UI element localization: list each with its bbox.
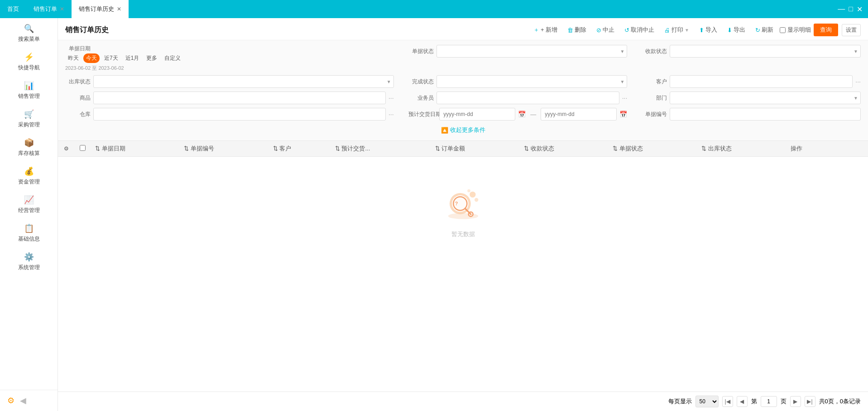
salesperson-input[interactable] [436, 92, 619, 104]
svg-point-7 [470, 192, 475, 198]
order-status-select[interactable] [436, 45, 628, 58]
refresh-button[interactable]: ↻ 刷新 [752, 24, 777, 36]
settings-button[interactable]: 设置 [842, 24, 861, 36]
date-range-text: 2023-06-02 至 2023-06-02 [65, 65, 394, 72]
sidebar-item-quick-nav[interactable]: ⚡ 快捷导航 [0, 47, 58, 75]
per-page-select[interactable]: 10 20 50 100 [695, 396, 719, 407]
th-doc-date[interactable]: ⇅ 单据日期 [91, 141, 179, 157]
th-expected-delivery-label: ⇅ 预计交货... [335, 145, 370, 152]
sidebar-item-basic-info-label: 基础信息 [18, 235, 40, 243]
last-page-button[interactable]: ▶| [805, 396, 815, 407]
th-gear[interactable]: ⚙ [58, 141, 74, 157]
department-select[interactable] [670, 92, 861, 104]
display-detail-input[interactable] [780, 27, 786, 33]
salesperson-dots-btn[interactable]: ··· [622, 94, 628, 102]
sidebar-item-search-menu[interactable]: 🔍 搜索菜单 [0, 18, 58, 47]
tab-sales-order[interactable]: 销售订单 ✕ [26, 0, 72, 18]
delete-button[interactable]: 🗑 删除 [564, 24, 590, 36]
sys-mgmt-icon: ⚙️ [24, 252, 34, 262]
tab-sales-order-history[interactable]: 销售订单历史 ✕ [72, 0, 129, 18]
warehouse-input[interactable] [93, 108, 386, 121]
select-all-checkbox[interactable] [80, 145, 86, 151]
th-check[interactable] [74, 141, 91, 157]
date-btn-custom[interactable]: 自定义 [162, 53, 183, 63]
first-page-button[interactable]: |◀ [722, 396, 733, 407]
print-button[interactable]: 🖨 打印 ▼ [661, 24, 693, 36]
sidebar-item-basic-info[interactable]: 📋 基础信息 [0, 218, 58, 247]
stop-label: 中止 [603, 26, 614, 34]
date-btn-1month[interactable]: 近1月 [123, 53, 142, 63]
new-icon: ＋ [533, 26, 539, 34]
th-expected-delivery[interactable]: ⇅ 预计交货... [331, 141, 431, 157]
th-customer[interactable]: ⇅ 客户 [269, 141, 331, 157]
sidebar-item-inventory-check[interactable]: 📦 库存核算 [0, 132, 58, 161]
import-button[interactable]: ⬆ 导入 [695, 24, 721, 36]
sidebar-bottom: ⚙ ◀ [0, 390, 58, 411]
customer-dots-btn[interactable]: ··· [855, 78, 861, 85]
per-page-label: 每页显示 [668, 397, 692, 406]
search-button[interactable]: 查询 [814, 24, 838, 36]
th-receipt-status[interactable]: ⇅ 收款状态 [519, 141, 608, 157]
product-input[interactable] [93, 92, 386, 104]
filter-row-2: 出库状态 ▼ 完成状态 ▼ 客户 [65, 75, 861, 88]
refresh-label: 刷新 [762, 26, 773, 34]
filter-outbound-status: 出库状态 ▼ [65, 75, 394, 88]
tab-home-label: 首页 [7, 5, 19, 13]
page-number-input[interactable] [761, 396, 777, 407]
cancel-stop-label: 取消中止 [631, 26, 654, 34]
close-icon[interactable]: ✕ [857, 5, 863, 14]
sidebar-item-sales-mgmt[interactable]: 📊 销售管理 [0, 75, 58, 104]
outbound-status-select[interactable] [93, 75, 394, 88]
cancel-stop-button[interactable]: ↺ 取消中止 [621, 24, 658, 36]
delivery-date-start[interactable] [439, 108, 515, 121]
new-label: + 新增 [541, 26, 557, 34]
receipt-status-select[interactable] [670, 45, 861, 58]
print-label: 打印 [671, 26, 683, 34]
completion-status-select[interactable] [436, 75, 628, 88]
calendar-icon-1[interactable]: 📅 [518, 111, 526, 118]
date-btn-today[interactable]: 今天 [83, 53, 100, 63]
sidebar-item-purchase-mgmt[interactable]: 🛒 采购管理 [0, 104, 58, 132]
collapse-sidebar-icon[interactable]: ◀ [20, 396, 26, 406]
export-label: 导出 [734, 26, 745, 34]
display-detail-checkbox[interactable]: 显示明细 [780, 26, 811, 34]
next-page-button[interactable]: ▶ [790, 396, 801, 407]
tab-sales-order-history-close[interactable]: ✕ [117, 6, 121, 12]
delivery-date-label: 预计交货日期 [408, 111, 437, 118]
empty-text: 暂无数据 [451, 230, 475, 238]
prev-page-button[interactable]: ◀ [737, 396, 748, 407]
maximize-icon[interactable]: □ [849, 5, 853, 13]
sidebar-item-fund-mgmt[interactable]: 💰 资金管理 [0, 161, 58, 189]
svg-point-8 [474, 198, 478, 202]
date-btn-yesterday[interactable]: 昨天 [65, 53, 82, 63]
minimize-icon[interactable]: — [838, 5, 845, 13]
order-number-input[interactable] [670, 108, 861, 121]
date-label: 单据日期 [65, 45, 91, 53]
delivery-date-end[interactable] [541, 108, 617, 121]
tab-home[interactable]: 首页 [0, 0, 26, 18]
sidebar-item-sys-mgmt[interactable]: ⚙️ 系统管理 [0, 247, 58, 275]
product-dots-btn[interactable]: ··· [388, 94, 394, 102]
th-doc-number[interactable]: ⇅ 单据编号 [179, 141, 268, 157]
th-order-amount[interactable]: ⇅ 订单金额 [431, 141, 519, 157]
th-outbound-status[interactable]: ⇅ 出库状态 [697, 141, 786, 157]
th-doc-status[interactable]: ⇅ 单据状态 [608, 141, 697, 157]
sidebar-item-quick-nav-label: 快捷导航 [18, 64, 40, 72]
date-btn-more[interactable]: 更多 [144, 53, 160, 63]
stop-button[interactable]: ⊘ 中止 [593, 24, 618, 36]
collapse-row[interactable]: 🔼 收起更多条件 [65, 124, 861, 136]
sidebar-item-ops-mgmt[interactable]: 📈 经营管理 [0, 189, 58, 218]
order-number-label: 单据编号 [642, 111, 667, 118]
customer-input[interactable] [670, 75, 853, 88]
warehouse-dots-btn[interactable]: ··· [388, 111, 394, 118]
date-btn-7days[interactable]: 近7天 [101, 53, 121, 63]
calendar-icon-2[interactable]: 📅 [619, 111, 627, 118]
tab-sales-order-close[interactable]: ✕ [60, 6, 64, 12]
export-button[interactable]: ⬇ 导出 [724, 24, 749, 36]
page-label-prefix: 第 [751, 397, 757, 406]
cancel-stop-icon: ↺ [624, 27, 629, 34]
settings-bottom-icon[interactable]: ⚙ [7, 396, 14, 406]
filter-row-4: 仓库 ··· 预计交货日期 📅 — 📅 单据编号 [65, 108, 861, 121]
new-button[interactable]: ＋ + 新增 [530, 24, 561, 36]
svg-point-9 [467, 189, 470, 193]
